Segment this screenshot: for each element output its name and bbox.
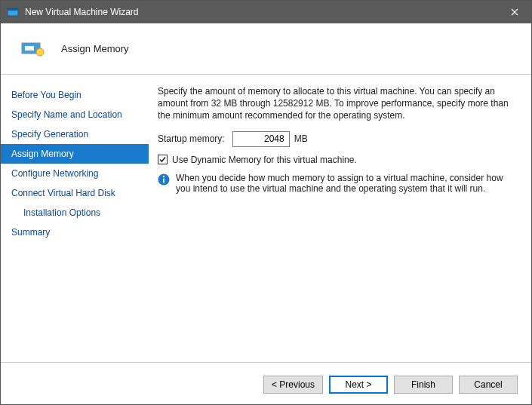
svg-rect-6	[163, 178, 165, 183]
svg-rect-1	[8, 8, 18, 11]
svg-point-4	[36, 48, 44, 56]
cancel-button[interactable]: Cancel	[459, 376, 518, 394]
step-summary[interactable]: Summary	[1, 222, 149, 242]
wizard-footer: < Previous Next > Finish Cancel	[1, 362, 531, 405]
titlebar: New Virtual Machine Wizard	[1, 1, 531, 23]
step-configure-networking[interactable]: Configure Networking	[1, 164, 149, 183]
step-before-you-begin[interactable]: Before You Begin	[1, 85, 149, 105]
dynamic-memory-row: Use Dynamic Memory for this virtual mach…	[158, 155, 516, 165]
description-text: Specify the amount of memory to allocate…	[158, 85, 516, 122]
previous-button[interactable]: < Previous	[263, 376, 323, 394]
wizard-header: Assign Memory	[1, 23, 531, 75]
info-row: When you decide how much memory to assig…	[158, 173, 516, 194]
window-title: New Virtual Machine Wizard	[25, 7, 498, 17]
startup-memory-label: Startup memory:	[158, 133, 225, 144]
finish-button[interactable]: Finish	[394, 376, 453, 394]
next-button[interactable]: Next >	[329, 376, 388, 394]
startup-memory-input[interactable]	[232, 131, 290, 147]
step-specify-name-location[interactable]: Specify Name and Location	[1, 105, 149, 124]
svg-point-7	[163, 175, 165, 176]
startup-memory-row: Startup memory: MB	[158, 131, 516, 147]
step-specify-generation[interactable]: Specify Generation	[1, 124, 149, 144]
close-button[interactable]	[498, 1, 531, 23]
info-text: When you decide how much memory to assig…	[176, 173, 516, 194]
vm-wizard-icon	[20, 41, 45, 57]
page-title: Assign Memory	[61, 43, 129, 54]
step-assign-memory[interactable]: Assign Memory	[1, 144, 149, 164]
step-connect-virtual-hard-disk[interactable]: Connect Virtual Hard Disk	[1, 183, 149, 203]
info-icon	[158, 173, 170, 186]
startup-memory-unit: MB	[294, 133, 308, 144]
substep-installation-options[interactable]: Installation Options	[1, 203, 149, 222]
dynamic-memory-label: Use Dynamic Memory for this virtual mach…	[172, 155, 357, 165]
wizard-content: Specify the amount of memory to allocate…	[149, 75, 531, 362]
dynamic-memory-checkbox[interactable]	[158, 155, 168, 164]
wizard-title-icon	[7, 6, 19, 18]
svg-rect-3	[25, 46, 34, 51]
wizard-sidebar: Before You Begin Specify Name and Locati…	[1, 75, 149, 362]
